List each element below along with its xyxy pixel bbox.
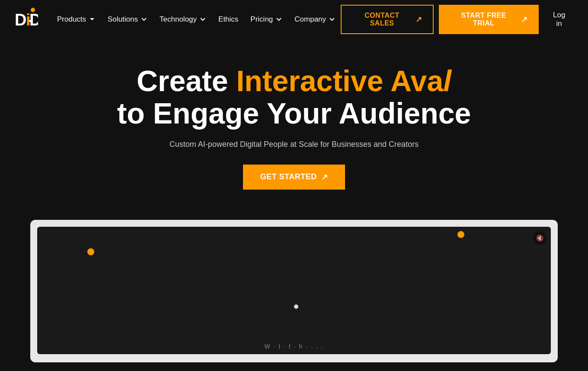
nav-item-solutions[interactable]: Solutions — [102, 12, 153, 27]
logo-link[interactable]: D- i D — [14, 7, 38, 32]
login-button[interactable]: Log in — [544, 7, 574, 32]
arrow-icon: ↗ — [321, 172, 328, 182]
dot-decoration-white — [294, 304, 298, 309]
contact-sales-button[interactable]: CONTACT SALES ↗ — [341, 5, 434, 34]
svg-point-3 — [31, 8, 35, 12]
nav-right: CONTACT SALES ↗ START FREE TRIAL ↗ Log i… — [341, 5, 574, 34]
nav-left: D- i D Products Solutions — [14, 7, 341, 32]
nav-item-products[interactable]: Products — [52, 12, 101, 27]
demo-area: 🔇 W · I · t · h · . . . — [30, 220, 558, 362]
hero-title: Create Interactive Aval to Engage Your A… — [117, 65, 471, 130]
logo-icon: D- i D — [14, 7, 38, 32]
chevron-down-icon — [275, 16, 282, 23]
get-started-button[interactable]: GET STARTED ↗ — [243, 165, 345, 190]
dot-decoration — [87, 248, 94, 255]
chevron-down-icon — [141, 16, 147, 23]
demo-video: 🔇 W · I · t · h · . . . — [37, 227, 551, 354]
chevron-down-icon — [199, 16, 206, 23]
nav-item-technology[interactable]: Technology — [154, 12, 211, 27]
mute-button[interactable]: 🔇 — [533, 231, 546, 245]
arrow-icon: ↗ — [521, 15, 528, 24]
chevron-down-icon — [89, 16, 96, 23]
chevron-down-icon — [329, 16, 336, 23]
hero-section: Create Interactive Aval to Engage Your A… — [0, 39, 588, 207]
demo-bottom-text: W · I · t · h · . . . — [265, 343, 324, 350]
start-free-trial-button[interactable]: START FREE TRIAL ↗ — [439, 5, 539, 34]
nav-item-ethics[interactable]: Ethics — [213, 12, 243, 27]
nav-links: Products Solutions Technology Ethics — [52, 12, 341, 27]
nav-item-pricing[interactable]: Pricing — [245, 12, 288, 27]
svg-text:D: D — [29, 11, 38, 29]
dot-decoration — [457, 231, 464, 238]
arrow-icon: ↗ — [415, 15, 422, 24]
hero-subtitle: Custom AI-powered Digital People at Scal… — [169, 140, 419, 149]
nav-item-company[interactable]: Company — [289, 12, 341, 27]
navbar: D- i D Products Solutions — [0, 0, 588, 39]
